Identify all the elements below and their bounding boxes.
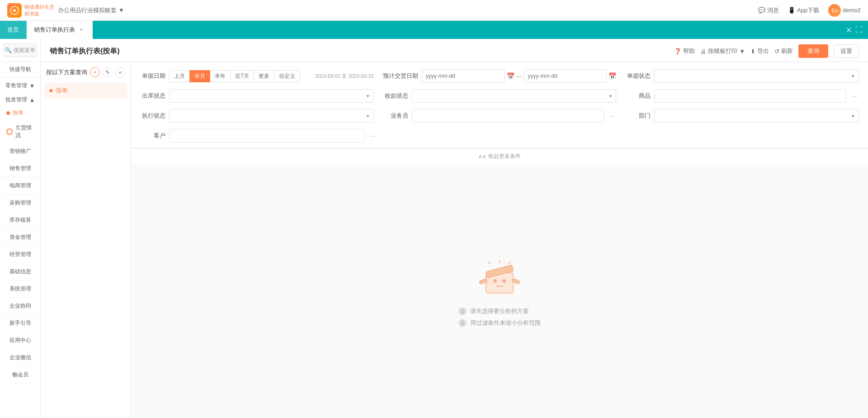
execute-status-label: 执行状态 [140,112,165,120]
tab-this-month[interactable]: 本月 [189,70,210,82]
sidebar-item-wechat[interactable]: 企业微信 [0,349,40,366]
export-btn[interactable]: ⬇ 导出 [750,47,769,55]
sidebar-item-marketing[interactable]: 营销推广 [0,143,40,160]
department-label: 部门 [625,112,651,120]
tab-home[interactable]: 首页 [0,21,27,39]
calendar-start-icon[interactable]: 📅 [507,72,514,80]
filter-out-status-item: 出库状态 ▼ [140,89,374,103]
customer-dots-btn[interactable]: ··· [368,132,377,139]
tab-last7[interactable]: 近7天 [230,70,254,82]
expected-date-end[interactable] [524,69,607,83]
scheme-label: 按单 [56,86,68,95]
expected-date-start[interactable] [422,69,505,83]
svg-point-6 [502,279,506,283]
tab-close-icon[interactable]: × [78,26,85,33]
finance-label: 资金管理 [9,234,31,240]
retail-label: 零售管理 [5,82,27,90]
sidebar-item-retail[interactable]: 零售管理 ▼ [0,77,40,91]
sidebar-item-inventory[interactable]: 库存核算 [0,212,40,229]
ecommerce-label: 电商管理 [9,182,31,189]
scheme-item-order[interactable]: ● 按单 [44,83,127,98]
search-menu-btn[interactable]: 🔍 搜索菜单 [4,43,37,57]
tip-num-2: 2 [458,319,467,327]
user-profile[interactable]: Ea demo2 [828,4,861,17]
collapse-left-btn[interactable]: « [115,67,125,77]
sidebar-item-sales[interactable]: 销售管理 [0,160,40,177]
sidebar-item-purchase[interactable]: 采购管理 [0,195,40,212]
calendar-end-icon[interactable]: 📅 [609,72,616,80]
tab-last-month[interactable]: 上月 [169,70,190,82]
expected-date-range: 📅 — 📅 [422,69,617,83]
fullscreen-icon[interactable]: ⛶ [855,26,863,34]
message-action[interactable]: 💬 消息 [758,6,779,14]
page-header: 销售订单执行表(按单) ❓ 帮助 🖨 按模板打印 ▼ ⬇ 导出 [41,39,868,62]
print-btn[interactable]: 🖨 按模板打印 ▼ [700,47,745,55]
header-right: 💬 消息 📱 App下载 Ea demo2 [758,4,861,17]
export-label: 导出 [757,47,769,55]
page-title-row: 销售订单执行表(按单) ❓ 帮助 🖨 按模板打印 ▼ ⬇ 导出 [50,44,859,58]
sidebar-item-basic[interactable]: 基础信息 [0,263,40,280]
tab-more[interactable]: 更多 [254,70,274,82]
filter-row-4: 客户 ··· [140,129,859,142]
content-area: 销售订单执行表(按单) ❓ 帮助 🖨 按模板打印 ▼ ⬇ 导出 [41,39,868,418]
sidebar-item-system[interactable]: 系统管理 [0,280,40,298]
breadcrumb-arrow: ▼ [118,7,124,14]
query-button[interactable]: 查询 [798,44,828,58]
sidebar-sub-item-debt[interactable]: 欠货情况 [0,120,40,143]
tab-sales-order[interactable]: 销售订单执行表 × [27,21,93,39]
execute-status-select[interactable] [169,109,374,123]
edit-scheme-btn[interactable]: ✎ [103,67,113,77]
header-left: 畅捷通好生意 标准版 办公用品行业模拟账套 ▼ [7,3,124,18]
date-label: 单据日期 [140,72,165,80]
help-btn[interactable]: ❓ 帮助 [674,47,695,55]
payment-status-select[interactable] [412,89,617,103]
add-scheme-btn[interactable]: + [90,67,100,77]
sidebar-sub-item-order[interactable]: 按单 [0,105,40,120]
payment-status-select-wrapper: ▼ [412,89,617,103]
refresh-label: 刷新 [781,47,793,55]
empty-tips: 1 请先选择要分析的方案 2 用过滤条件来缩小分析范围 [458,307,541,327]
collapse-bar[interactable]: ∧∧ 收起更多条件 [131,148,868,164]
left-panel-actions: + ✎ « [90,67,125,77]
sidebar-item-wholesale[interactable]: 批发管理 ▲ [0,91,40,105]
department-select[interactable] [654,109,859,123]
sidebar-item-enterprise[interactable]: 企业协同 [0,298,40,315]
nav-tabs: 首页 销售订单执行表 × ✕ ⛶ [0,21,868,39]
marketing-label: 营销推广 [9,148,31,154]
salesperson-dots-btn[interactable]: ··· [608,112,617,119]
salesperson-input[interactable] [412,109,604,123]
sidebar-item-ecommerce[interactable]: 电商管理 [0,177,40,195]
sidebar-item-operation[interactable]: 经营管理 [0,246,40,263]
setting-button[interactable]: 设置 [834,44,859,58]
tip-text-1: 请先选择要分析的方案 [470,307,529,315]
filter-execute-status-item: 执行状态 ▼ [140,109,374,123]
collapse-icon: « [119,69,122,76]
left-panel-title: 按以下方案查询 [46,68,87,76]
sidebar-item-finance[interactable]: 资金管理 [0,229,40,246]
tab-custom[interactable]: 自定义 [274,70,300,82]
payment-status-label: 收款状态 [383,92,408,100]
app-download-action[interactable]: 📱 App下载 [788,6,819,14]
filter-row-3: 执行状态 ▼ 业务员 ··· 部门 [140,109,859,123]
goods-input[interactable] [654,89,846,103]
svg-point-5 [493,279,497,283]
sidebar-item-newbie[interactable]: 新手引导 [0,315,40,332]
sidebar-item-apps[interactable]: 应用中心 [0,332,40,349]
avatar: Ea [828,4,841,17]
out-status-select[interactable] [169,89,374,103]
department-select-wrapper: ▼ [654,109,859,123]
customer-input[interactable] [169,129,365,142]
sidebar-item-quick-nav[interactable]: 快捷导航 [0,62,40,77]
breadcrumb-selector[interactable]: 办公用品行业模拟账套 ▼ [58,6,124,14]
member-label: 畅会员 [12,371,28,378]
goods-dots-btn[interactable]: ··· [850,92,859,100]
tab-this-year[interactable]: 本年 [210,70,231,82]
close-window-icon[interactable]: ✕ [846,26,852,34]
quick-nav-label: 快捷导航 [9,66,31,72]
doc-status-select[interactable] [654,69,859,83]
empty-state: 1 请先选择要分析的方案 2 用过滤条件来缩小分析范围 [458,255,541,327]
collapse-up-icon: ∧∧ [478,153,486,160]
sidebar-item-member[interactable]: 畅会员 [0,366,40,384]
left-panel: 按以下方案查询 + ✎ « ● 按单 [41,62,131,418]
refresh-btn[interactable]: ↺ 刷新 [774,47,793,55]
